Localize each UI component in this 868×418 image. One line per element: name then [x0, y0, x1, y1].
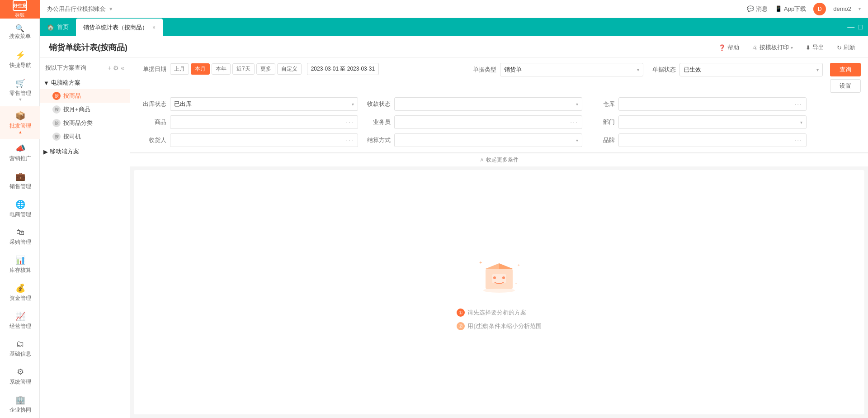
- message-button[interactable]: 💬 消息: [747, 5, 768, 13]
- out-status-field[interactable]: 已出库 ▾: [170, 97, 358, 111]
- consignee-label: 收货人: [137, 136, 170, 144]
- brand-field[interactable]: ···: [618, 133, 807, 147]
- payment-status-field[interactable]: ▾: [394, 97, 582, 111]
- svg-text:好生意: 好生意: [14, 3, 26, 8]
- tab-sales-stats[interactable]: 销货单统计表（按商品） ×: [76, 19, 163, 37]
- workspace-dropdown-icon[interactable]: ▾: [109, 5, 113, 12]
- sidebar: 好生意 标账 🔍 搜索菜单 ⚡ 快捷导航 🛒 零售管理 ▼ 📦 批发管理 ▲ 📣…: [0, 0, 40, 418]
- sidebar-search[interactable]: 🔍 搜索菜单: [0, 19, 40, 46]
- sidebar-item-ecom[interactable]: 🌐 电商管理: [0, 195, 40, 223]
- user-avatar[interactable]: D: [813, 3, 826, 15]
- operations-icon: 📈: [15, 311, 25, 321]
- doc-status-label: 单据状态: [647, 66, 679, 74]
- system-icon: ⚙: [17, 367, 24, 377]
- salesperson-dots: ···: [570, 119, 578, 126]
- export-icon: ⬇: [806, 44, 811, 51]
- sidebar-item-finance[interactable]: 💰 资金管理: [0, 279, 40, 307]
- quicknav-icon: ⚡: [15, 50, 25, 60]
- tip-num-2: ②: [457, 322, 465, 330]
- tip-text-2: 用[过滤]条件来缩小分析范围: [467, 320, 541, 332]
- user-dropdown-icon[interactable]: ▾: [859, 6, 861, 11]
- page-title: 销货单统计表(按商品): [49, 42, 127, 53]
- tip-num-1: ①: [457, 309, 465, 317]
- scheme-item-by-month-product[interactable]: 按 按月+商品: [40, 103, 130, 116]
- doc-type-label: 单据类型: [467, 66, 500, 74]
- settle-method-field[interactable]: ▾: [394, 133, 582, 147]
- scheme-item-by-product[interactable]: 按 按商品: [40, 89, 130, 103]
- sidebar-item-retail[interactable]: 🛒 零售管理 ▼: [0, 74, 40, 106]
- tab-close-button[interactable]: ×: [152, 24, 156, 31]
- purchase-icon: 🛍: [16, 228, 24, 237]
- scheme-item-by-driver[interactable]: 按 按司机: [40, 130, 130, 143]
- scheme-icon-gray3: 按: [52, 133, 61, 141]
- home-icon: 🏠: [47, 24, 54, 31]
- refresh-button[interactable]: ↻ 刷新: [833, 42, 859, 53]
- sidebar-item-operations[interactable]: 📈 经营管理: [0, 307, 40, 335]
- wholesale-icon: 📦: [15, 111, 25, 121]
- date-btn-last-month[interactable]: 上月: [170, 63, 189, 75]
- content-area: 销货单统计表(按商品) ❓ 帮助 🖨 按模板打印 ▾ ⬇ 导出 ↻ 刷新: [40, 36, 868, 418]
- svg-marker-3: [486, 263, 499, 269]
- help-icon: ❓: [718, 44, 726, 51]
- sidebar-item-basic[interactable]: 🗂 基础信息: [0, 335, 40, 362]
- tab-active-label: 销货单统计表（按商品）: [83, 24, 148, 32]
- main-content: 按以下方案查询 + ⚙ « ▼ 电脑端方案 按 按商品: [40, 57, 868, 418]
- warehouse-field[interactable]: ···: [618, 97, 807, 111]
- left-panel-title: 按以下方案查询: [45, 64, 86, 72]
- date-btn-this-year[interactable]: 本年: [212, 63, 231, 75]
- page-header: 销货单统计表(按商品) ❓ 帮助 🖨 按模板打印 ▾ ⬇ 导出 ↻ 刷新: [40, 36, 868, 57]
- scheme-label-byproduct: 按商品: [63, 92, 81, 100]
- product-field[interactable]: ···: [170, 115, 358, 129]
- top-header: 办公用品行业模拟账套 ▾ 💬 消息 📱 App下载 D demo2 ▾: [40, 0, 868, 18]
- add-scheme-button[interactable]: +: [108, 64, 111, 71]
- tab-maximize-button[interactable]: □: [858, 23, 863, 31]
- query-button[interactable]: 查询: [830, 63, 861, 76]
- consignee-field[interactable]: ···: [170, 133, 358, 147]
- mobile-group-title[interactable]: ▶ 移动端方案: [40, 145, 130, 158]
- sidebar-item-marketing[interactable]: 📣 营销推广: [0, 139, 40, 167]
- scheme-item-by-category[interactable]: 按 按商品分类: [40, 116, 130, 130]
- svg-point-11: [483, 288, 515, 293]
- sidebar-item-quicknav[interactable]: ⚡ 快捷导航: [0, 46, 40, 74]
- sidebar-logo[interactable]: 好生意 标账: [0, 0, 40, 19]
- workspace-selector[interactable]: 办公用品行业模拟账套 ▾: [47, 5, 113, 13]
- export-button[interactable]: ⬇ 导出: [802, 42, 828, 53]
- date-range-input[interactable]: 2023-03-01 至 2023-03-31: [307, 63, 379, 75]
- sidebar-item-purchase[interactable]: 🛍 采购管理: [0, 223, 40, 251]
- department-field[interactable]: ▾: [618, 115, 807, 129]
- settings-button[interactable]: 设置: [830, 79, 861, 93]
- out-status-label: 出库状态: [137, 100, 170, 108]
- finance-icon: 💰: [15, 283, 25, 293]
- sidebar-item-wholesale[interactable]: 📦 批发管理 ▲: [0, 106, 40, 139]
- sidebar-item-enterprise[interactable]: 🏢 企业协同: [0, 390, 40, 418]
- doc-status-field[interactable]: 已生效 ▾: [679, 63, 823, 76]
- date-filter-label: 单据日期: [137, 65, 170, 73]
- tab-home[interactable]: 🏠 首页: [40, 18, 76, 36]
- left-panel: 按以下方案查询 + ⚙ « ▼ 电脑端方案 按 按商品: [40, 57, 130, 418]
- sales-icon: 💼: [15, 171, 25, 181]
- tab-minimize-button[interactable]: —: [847, 23, 854, 31]
- tip-item-1: ① 请先选择要分析的方案: [457, 307, 541, 318]
- app-download-button[interactable]: 📱 App下载: [775, 5, 806, 13]
- sidebar-logo-text: 标账: [15, 12, 25, 19]
- sidebar-item-sales[interactable]: 💼 销售管理: [0, 167, 40, 195]
- sidebar-item-system[interactable]: ⚙ 系统管理: [0, 362, 40, 390]
- date-btn-7days[interactable]: 近7天: [232, 63, 255, 75]
- doc-type-field[interactable]: 销货单 ▾: [500, 63, 643, 76]
- print-dropdown-icon[interactable]: ▾: [791, 45, 793, 50]
- date-btn-custom[interactable]: 自定义: [277, 63, 302, 75]
- page-actions: ❓ 帮助 🖨 按模板打印 ▾ ⬇ 导出 ↻ 刷新: [715, 42, 859, 53]
- salesperson-label: 业务员: [362, 118, 394, 126]
- collapse-panel-button[interactable]: «: [121, 64, 124, 71]
- date-btn-this-month[interactable]: 本月: [191, 63, 210, 75]
- print-button[interactable]: 🖨 按模板打印 ▾: [748, 42, 797, 53]
- date-btn-more[interactable]: 更多: [256, 63, 275, 75]
- salesperson-field[interactable]: ···: [394, 115, 582, 129]
- sidebar-item-inventory[interactable]: 📊 库存核算: [0, 251, 40, 279]
- settings-scheme-button[interactable]: ⚙: [113, 64, 119, 71]
- left-panel-actions: + ⚙ «: [108, 64, 124, 71]
- pc-group-title[interactable]: ▼ 电脑端方案: [40, 76, 130, 89]
- doc-status-arrow: ▾: [816, 67, 819, 72]
- help-button[interactable]: ❓ 帮助: [715, 42, 743, 53]
- collapse-bar[interactable]: ∧ 收起更多条件: [130, 153, 868, 166]
